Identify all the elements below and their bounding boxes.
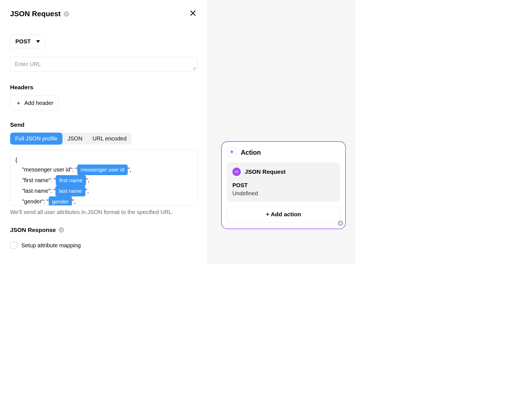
help-text: We'll send all user attributes in JSON f… [10,209,197,215]
token-messenger-user-id[interactable]: messenger user id [77,165,128,175]
url-placeholder: Enter URL [15,61,41,67]
chevron-down-icon [36,40,40,43]
url-input[interactable]: Enter URL [10,57,198,72]
bolt-badge [227,147,237,158]
plus-icon: ＋ [15,99,22,107]
token-gender[interactable]: gender [49,196,72,206]
send-format-segmented: Full JSON profile JSON URL encoded [10,133,132,145]
headers-label: Headers [10,84,197,91]
checkbox-icon [10,242,17,249]
json-line: "last name": "last name", [15,186,192,196]
close-icon[interactable] [189,8,197,19]
action-item-title: JSON Request [245,168,286,175]
code-badge [232,168,241,176]
panel-title: JSON Request i [10,10,69,18]
action-node-header: Action [227,147,340,158]
action-item-header: JSON Request [232,168,335,176]
send-option-full-json[interactable]: Full JSON profile [10,133,62,145]
http-method-value: POST [15,38,31,45]
send-option-json[interactable]: JSON [62,133,87,145]
json-open-brace: { [15,155,192,165]
json-body-preview[interactable]: { "messenger user id": "messenger user i… [10,150,198,206]
info-icon[interactable]: i [59,227,64,233]
json-response-label: JSON Response i [10,227,197,233]
resize-handle-icon[interactable] [338,221,343,226]
setup-attribute-mapping-checkbox[interactable]: Setup attribute mapping [10,242,197,249]
http-method-select[interactable]: POST [10,35,45,48]
json-line: "messenger user id": "messenger user id"… [15,165,192,175]
token-first-name[interactable]: first name [56,175,86,186]
json-request-panel: JSON Request i POST Enter URL Headers ＋ … [0,0,207,264]
json-line: "first name": "first name", [15,175,192,186]
panel-title-text: JSON Request [10,10,61,18]
add-header-label: Add header [24,100,53,106]
action-item-method: POST [232,182,335,189]
action-item-url: Undefined [232,190,335,197]
add-action-button[interactable]: + Add action [227,206,340,222]
canvas-area[interactable]: Action JSON Request POST Undefined + Add… [207,0,356,264]
action-item[interactable]: JSON Request POST Undefined [227,163,340,202]
action-node-title: Action [241,149,261,156]
info-icon[interactable]: i [64,11,69,17]
send-label: Send [10,121,197,128]
send-option-url-encoded[interactable]: URL encoded [88,133,132,145]
panel-header: JSON Request i [10,8,197,19]
json-line: "gender": "gender", [15,196,192,206]
bolt-icon [229,149,234,156]
add-header-button[interactable]: ＋ Add header [10,95,59,111]
action-node[interactable]: Action JSON Request POST Undefined + Add… [221,141,346,229]
token-last-name[interactable]: last name [55,186,85,196]
checkbox-label: Setup attribute mapping [21,242,81,249]
